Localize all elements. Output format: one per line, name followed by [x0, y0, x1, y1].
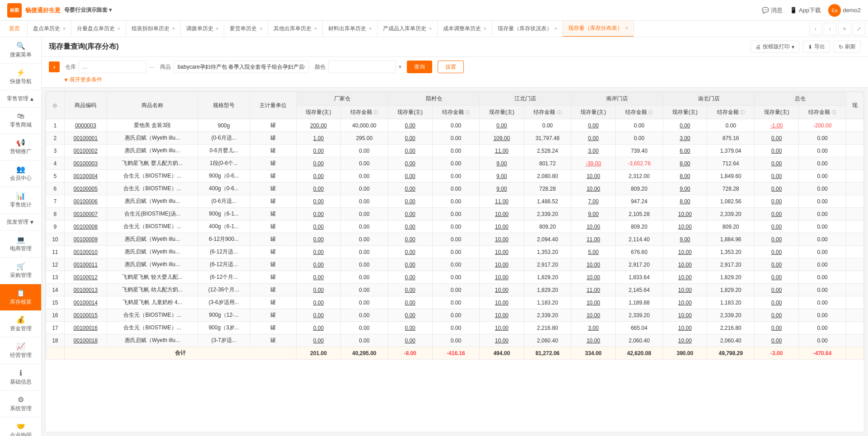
data-cell[interactable]: 0.00	[388, 132, 432, 145]
data-cell[interactable]: 10.00	[480, 322, 524, 334]
data-cell[interactable]: 0.00	[297, 233, 341, 246]
data-cell[interactable]: 109.00	[480, 132, 524, 145]
data-cell[interactable]: 0.00	[388, 309, 432, 322]
data-cell[interactable]: 9.00	[663, 233, 707, 246]
data-cell[interactable]: 0.00	[297, 296, 341, 309]
data-cell[interactable]: 9.00	[480, 183, 524, 195]
data-cell[interactable]: 10.00	[571, 296, 616, 309]
data-cell[interactable]: 10.00	[480, 233, 524, 246]
data-cell[interactable]: 11.00	[571, 284, 616, 296]
data-cell[interactable]: 0.00	[388, 170, 432, 183]
tab-close-4[interactable]: ×	[216, 26, 219, 31]
tab-close-3[interactable]: ×	[172, 26, 175, 31]
data-cell[interactable]: 0.00	[297, 208, 341, 220]
tab-item-1[interactable]: 盘点单历史 ×	[28, 21, 71, 37]
code-cell[interactable]: 00100015	[64, 309, 107, 322]
th-settings[interactable]: ⚙	[46, 92, 65, 119]
info-icon-4[interactable]: ⓘ	[648, 110, 653, 115]
data-cell[interactable]: 3.00	[571, 322, 616, 334]
tab-close-all-btn[interactable]: ×	[838, 23, 851, 35]
sidebar-item-ecommerce[interactable]: 💻 电商管理	[0, 231, 41, 258]
data-cell[interactable]: 0.00	[755, 195, 799, 208]
sidebar-item-marketing[interactable]: 📢 营销推广	[0, 134, 41, 160]
sidebar-item-retail-mgmt[interactable]: 零售管理 ▲	[0, 90, 41, 108]
data-cell[interactable]: 10.00	[480, 258, 524, 271]
industry-selector[interactable]: 母婴行业演示陈套 ▾	[64, 6, 112, 14]
data-cell[interactable]: 10.00	[663, 296, 707, 309]
goods-input[interactable]	[174, 61, 309, 73]
data-cell[interactable]: 0.00	[755, 157, 799, 170]
data-cell[interactable]: 0.00	[755, 334, 799, 347]
query-btn[interactable]: 查询	[407, 61, 432, 73]
data-cell[interactable]: -1.00	[755, 119, 799, 132]
data-cell[interactable]: 0.00	[297, 183, 341, 195]
sidebar-item-retail-stats[interactable]: 📊 零售统计	[0, 187, 41, 214]
code-cell[interactable]: 00100005	[64, 183, 107, 195]
data-cell[interactable]: 3.00	[571, 145, 616, 157]
data-cell[interactable]: 0.00	[755, 246, 799, 258]
tab-close-7[interactable]: ×	[369, 26, 372, 31]
data-cell[interactable]: 11.00	[480, 145, 524, 157]
tab-close-2[interactable]: ×	[118, 26, 120, 31]
tab-close-10[interactable]: ×	[555, 26, 557, 31]
data-cell[interactable]: 10.00	[480, 246, 524, 258]
warehouse-input[interactable]	[79, 61, 146, 73]
data-cell[interactable]: 10.00	[571, 258, 616, 271]
sidebar-item-purchase[interactable]: 🛒 采购管理	[0, 258, 41, 284]
data-cell[interactable]: 10.00	[480, 296, 524, 309]
tab-item-9[interactable]: 成本调整单历史 ×	[438, 21, 492, 37]
data-cell[interactable]: 0.00	[388, 246, 432, 258]
data-cell[interactable]: 0.00	[755, 271, 799, 284]
tab-item-4[interactable]: 调拨单历史 ×	[181, 21, 225, 37]
code-cell[interactable]: 00100007	[64, 208, 107, 220]
data-cell[interactable]: 9.00	[480, 157, 524, 170]
data-cell[interactable]: 8.00	[663, 195, 707, 208]
tab-close-9[interactable]: ×	[484, 26, 486, 31]
data-cell[interactable]: 0.00	[297, 284, 341, 296]
sidebar-item-member[interactable]: 👥 会员中心	[0, 160, 41, 187]
data-cell[interactable]: 0.00	[755, 220, 799, 233]
data-cell[interactable]: 0.00	[388, 157, 432, 170]
color-dropdown-icon[interactable]: ▾	[399, 64, 401, 70]
data-cell[interactable]: 0.00	[388, 208, 432, 220]
code-cell[interactable]: 00100014	[64, 296, 107, 309]
data-cell[interactable]: 0.00	[755, 132, 799, 145]
code-cell[interactable]: 00100002	[64, 145, 107, 157]
data-cell[interactable]: 0.00	[480, 119, 524, 132]
tab-item-2[interactable]: 分量盘点单历史 ×	[71, 21, 126, 37]
sidebar-item-search[interactable]: 🔍 搜索英单	[0, 37, 41, 64]
data-cell[interactable]: 0.00	[388, 220, 432, 233]
data-cell[interactable]: 10.00	[571, 334, 616, 347]
data-cell[interactable]: 0.00	[297, 271, 341, 284]
data-cell[interactable]: 11.00	[571, 233, 616, 246]
data-cell[interactable]: 0.00	[388, 183, 432, 195]
warehouse-ellipsis-btn[interactable]: ···	[149, 63, 155, 70]
data-cell[interactable]: 0.00	[663, 119, 707, 132]
data-cell[interactable]: 7.00	[571, 195, 616, 208]
filter-toggle-btn[interactable]: ›	[49, 61, 60, 72]
data-cell[interactable]: 0.00	[755, 258, 799, 271]
tab-item-5[interactable]: 要货单历史 ×	[224, 21, 268, 37]
data-cell[interactable]: 10.00	[571, 271, 616, 284]
code-cell[interactable]: 0000003	[64, 119, 107, 132]
tab-close-11[interactable]: ×	[625, 26, 628, 31]
data-cell[interactable]: 0.00	[755, 233, 799, 246]
print-btn[interactable]: 🖨 按模版打印 ▾	[750, 41, 799, 53]
data-cell[interactable]: 0.00	[388, 296, 432, 309]
data-cell[interactable]: 6.00	[663, 145, 707, 157]
data-cell[interactable]: 0.00	[388, 322, 432, 334]
code-cell[interactable]: 00100004	[64, 170, 107, 183]
sidebar-item-finance[interactable]: 💰 资金管理	[0, 311, 41, 338]
tab-item-6[interactable]: 其他出库单历史 ×	[268, 21, 323, 37]
data-cell[interactable]: 5.00	[571, 246, 616, 258]
data-cell[interactable]: 0.00	[297, 195, 341, 208]
tab-close-5[interactable]: ×	[259, 26, 262, 31]
tab-item-10[interactable]: 现存量（库存状况表）×	[492, 21, 563, 37]
refresh-btn[interactable]: ↻ 刷新	[834, 41, 861, 53]
data-cell[interactable]: 0.00	[755, 309, 799, 322]
data-cell[interactable]: 0.00	[297, 220, 341, 233]
sidebar-item-retail-mall[interactable]: 🛍 零售商城	[0, 108, 41, 134]
data-cell[interactable]: 0.00	[388, 145, 432, 157]
data-cell[interactable]: 0.00	[755, 183, 799, 195]
data-cell[interactable]: 0.00	[297, 309, 341, 322]
